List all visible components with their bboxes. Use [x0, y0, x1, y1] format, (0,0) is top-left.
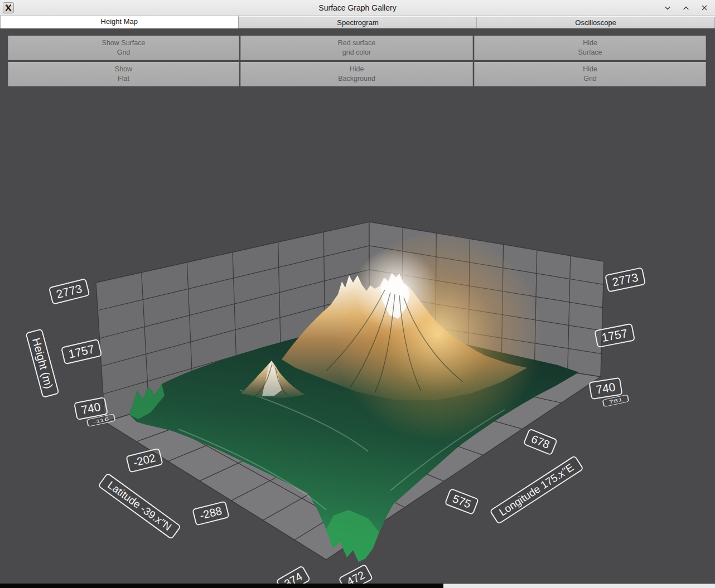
desktop-strip-dark — [0, 584, 443, 588]
tab-spectrogram[interactable]: Spectrogram — [239, 17, 477, 28]
button-label-line2: Surface — [475, 48, 706, 57]
tab-oscilloscope[interactable]: Oscilloscope — [476, 17, 715, 28]
toggle-surface-button[interactable]: HideSurface — [474, 36, 706, 60]
desktop-strip-light — [443, 584, 715, 588]
app-window: Surface Graph Gallery Height MapSpectrog… — [0, 0, 715, 588]
button-label-line1: Show Surface — [8, 38, 239, 48]
snow-cap — [354, 248, 438, 332]
desktop-strip — [0, 584, 715, 588]
tab-height-map[interactable]: Height Map — [0, 16, 239, 28]
button-label-line1: Show — [8, 65, 239, 74]
tab-bar: Height MapSpectrogramOscilloscope — [0, 16, 715, 28]
button-label-line2: Background — [241, 74, 472, 84]
content-area: 2773Height (m)1757740-11627731757740781-… — [0, 28, 715, 584]
surface-controls-toolbar: Show SurfaceGridRed surfacegrid colorHid… — [8, 36, 706, 86]
button-label-line2: grid color — [241, 48, 472, 57]
surface-grid-color-button[interactable]: Red surfacegrid color — [240, 36, 473, 60]
button-label-line2: Flat — [8, 74, 239, 84]
window-title: Surface Graph Gallery — [0, 0, 715, 16]
title-bar: Surface Graph Gallery — [0, 0, 715, 16]
chevron-up-icon — [683, 4, 689, 11]
button-label-line1: Hide — [241, 65, 472, 74]
close-icon — [701, 4, 708, 11]
window-controls — [661, 0, 711, 16]
button-label-line1: Red surface — [241, 38, 472, 48]
button-label-line2: Grid — [8, 48, 239, 57]
maximize-button[interactable] — [680, 2, 692, 14]
chevron-down-icon — [664, 4, 671, 11]
toggle-background-button[interactable]: HideBackground — [240, 62, 473, 86]
toggle-surface-grid-button[interactable]: Show SurfaceGrid — [8, 36, 239, 60]
toggle-flat-mode-button[interactable]: ShowFlat — [8, 62, 239, 86]
toggle-grid-button[interactable]: HideGrid — [474, 62, 706, 86]
shade-button[interactable] — [661, 2, 674, 14]
close-button[interactable] — [698, 2, 711, 14]
surface-plot-3d-view[interactable] — [0, 28, 715, 584]
button-label-line1: Hide — [475, 38, 706, 48]
button-label-line1: Hide — [475, 65, 706, 74]
button-label-line2: Grid — [475, 74, 706, 84]
